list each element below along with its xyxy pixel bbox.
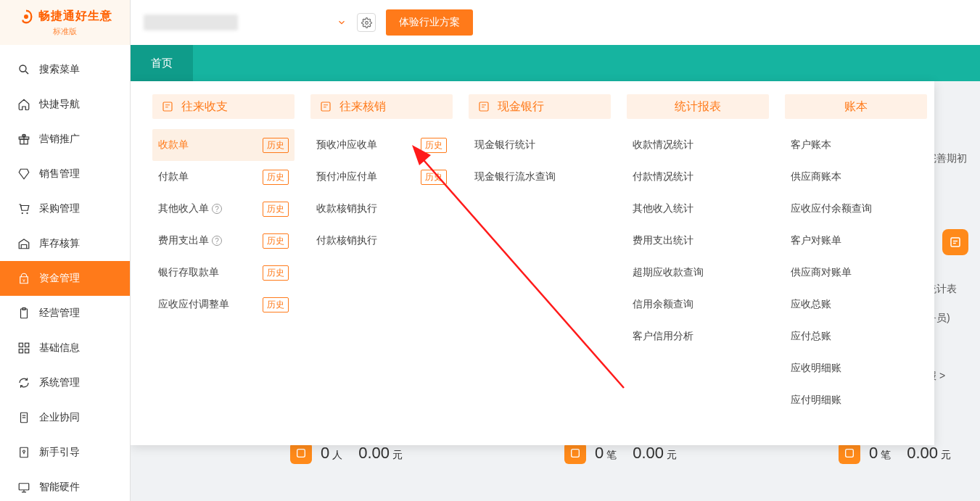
stat-item: 0人 0.00元: [290, 442, 403, 464]
mega-item-label: 供应商账本: [791, 170, 841, 183]
sidebar-item-clipboard[interactable]: 经营管理: [0, 296, 130, 331]
sidebar-item-label: 新手引导: [39, 446, 80, 459]
mega-item[interactable]: 应付总账: [785, 320, 927, 352]
mega-item[interactable]: 客户账本: [785, 129, 927, 161]
sidebar-item-gift[interactable]: 营销推广: [0, 122, 130, 157]
mega-item[interactable]: 费用支出单?历史: [152, 225, 295, 257]
mega-item-label: 客户账本: [791, 138, 831, 152]
mega-item[interactable]: 付款核销执行: [310, 225, 453, 257]
mega-item[interactable]: 付款单历史: [152, 161, 295, 193]
mega-item-label: 现金银行流水查询: [474, 170, 556, 183]
mega-item[interactable]: 应收总账: [785, 289, 927, 320]
stat-unit: 人: [332, 449, 342, 462]
sidebar-item-cart[interactable]: 采购管理: [0, 191, 130, 226]
mega-item[interactable]: 费用支出统计: [627, 225, 769, 257]
mega-item[interactable]: 信用余额查询: [627, 289, 769, 320]
mega-col-head: 账本: [785, 94, 927, 119]
home-icon: [17, 98, 30, 111]
sidebar-item-diamond[interactable]: 销售管理: [0, 157, 130, 191]
mega-item[interactable]: 超期应收款查询: [627, 257, 769, 289]
mega-item[interactable]: 应收应付调整单历史: [152, 289, 295, 320]
gear-icon[interactable]: [357, 13, 376, 32]
stat-icon: [290, 442, 312, 464]
mega-item-label: 其他收入统计: [633, 202, 693, 215]
mega-item-label: 应付总账: [791, 330, 831, 343]
sidebar-item-loop[interactable]: 系统管理: [0, 365, 130, 400]
note-icon: [319, 100, 332, 113]
tab-bar: 首页: [131, 45, 980, 81]
mega-item[interactable]: 其他收入单?历史: [152, 193, 295, 225]
mega-item-label: 收款核销执行: [316, 202, 377, 215]
sidebar-item-money[interactable]: 资金管理: [0, 261, 130, 296]
stat-item: 0笔 0.00元: [564, 442, 677, 464]
grid-icon: [17, 341, 30, 355]
mega-col: 统计报表收款情况统计付款情况统计其他收入统计费用支出统计超期应收款查询信用余额查…: [627, 94, 769, 416]
stat-icon: [564, 442, 586, 464]
mega-item[interactable]: 客户信用分析: [627, 320, 769, 352]
svg-point-0: [25, 15, 28, 18]
mega-item[interactable]: 预付冲应付单历史: [310, 161, 453, 193]
sidebar-item-label: 经营管理: [39, 307, 80, 320]
history-badge[interactable]: 历史: [263, 297, 289, 312]
mega-item[interactable]: 现金银行统计: [469, 129, 611, 161]
history-badge[interactable]: 历史: [263, 265, 289, 281]
mega-item[interactable]: 付款情况统计: [627, 161, 769, 193]
loop-icon: [17, 376, 30, 389]
mega-col: 往来核销预收冲应收单历史预付冲应付单历史收款核销执行付款核销执行: [310, 94, 453, 416]
history-badge[interactable]: 历史: [263, 233, 289, 249]
mega-item[interactable]: 其他收入统计: [627, 193, 769, 225]
mega-col: 往来收支收款单历史付款单历史其他收入单?历史费用支出单?历史银行存取款单历史应收…: [152, 94, 295, 416]
sidebar-item-warehouse[interactable]: 库存核算: [0, 226, 130, 261]
mega-item-label: 客户信用分析: [633, 330, 693, 343]
mega-item[interactable]: 客户对账单: [785, 225, 927, 257]
stat-amount: 0.00: [358, 444, 390, 463]
fund-mega-menu: 往来收支收款单历史付款单历史其他收入单?历史费用支出单?历史银行存取款单历史应收…: [131, 81, 934, 445]
peek-line: 完善期初: [926, 144, 980, 173]
mega-item-label: 应收明细账: [791, 362, 841, 375]
warehouse-icon: [17, 237, 30, 250]
mega-item[interactable]: 应收明细账: [785, 352, 927, 384]
mega-col-title: 往来收支: [181, 99, 228, 115]
mega-item-label: 现金银行统计: [474, 138, 535, 152]
mega-item-label: 应收总账: [791, 298, 831, 311]
mega-item[interactable]: 收款核销执行: [310, 193, 453, 225]
sidebar-item-label: 企业协同: [39, 411, 80, 424]
help-icon[interactable]: ?: [212, 236, 222, 246]
sidebar-item-screen[interactable]: 智能硬件: [0, 470, 130, 501]
history-badge[interactable]: 历史: [421, 170, 447, 185]
stat-amount-unit: 元: [667, 449, 677, 462]
mega-item-label: 付款单: [158, 170, 189, 183]
mega-item[interactable]: 应收应付余额查询: [785, 193, 927, 225]
cta-button[interactable]: 体验行业方案: [386, 9, 473, 36]
sidebar-item-search[interactable]: 搜索菜单: [0, 52, 130, 87]
history-badge[interactable]: 历史: [263, 170, 289, 185]
sidebar-item-guide[interactable]: 新手引导: [0, 435, 130, 470]
history-badge[interactable]: 历史: [421, 138, 447, 153]
mega-item-label: 付款核销执行: [316, 234, 377, 247]
mega-item[interactable]: 应付明细账: [785, 384, 927, 416]
sidebar-item-home[interactable]: 快捷导航: [0, 87, 130, 122]
org-picker[interactable]: [144, 15, 347, 30]
note-icon: [477, 100, 490, 113]
mega-item[interactable]: 供应商账本: [785, 161, 927, 193]
mega-item[interactable]: 收款情况统计: [627, 129, 769, 161]
svg-rect-2: [951, 238, 960, 247]
mega-item[interactable]: 供应商对账单: [785, 257, 927, 289]
history-badge[interactable]: 历史: [263, 202, 289, 217]
logo-text: 畅捷通好生意: [38, 9, 112, 24]
help-icon[interactable]: ?: [212, 204, 222, 214]
history-badge[interactable]: 历史: [263, 138, 289, 153]
mega-item[interactable]: 收款单历史: [152, 129, 295, 161]
mega-item[interactable]: 现金银行流水查询: [469, 161, 611, 193]
tab-home[interactable]: 首页: [131, 45, 193, 81]
sidebar-item-grid[interactable]: 基础信息: [0, 331, 130, 365]
mega-col-head: 往来收支: [152, 94, 295, 119]
note-icon: [161, 100, 174, 113]
sidebar-item-label: 库存核算: [39, 237, 80, 250]
sidebar-item-label: 采购管理: [39, 202, 80, 215]
stat-unit: 笔: [881, 449, 891, 462]
mega-item[interactable]: 预收冲应收单历史: [310, 129, 453, 161]
sidebar-item-doc[interactable]: 企业协同: [0, 400, 130, 435]
mega-item[interactable]: 银行存取款单历史: [152, 257, 295, 289]
mega-col-head: 现金银行: [469, 94, 611, 119]
